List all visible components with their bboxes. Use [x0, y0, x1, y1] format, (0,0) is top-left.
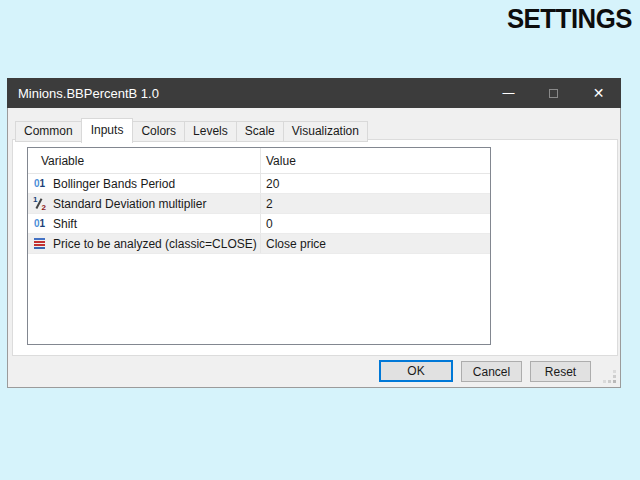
dialog-titlebar[interactable]: Minions.BBPercentB 1.0 — ✕ [7, 78, 621, 108]
table-header-row: Variable Value [28, 148, 490, 174]
value-cell[interactable]: 0 [260, 214, 490, 233]
inputs-tab-page: Variable Value 01 Bollinger Bands Period… [12, 139, 618, 356]
tab-visualization[interactable]: Visualization [283, 121, 368, 142]
tab-scale[interactable]: Scale [236, 121, 284, 142]
ok-button[interactable]: OK [379, 360, 453, 382]
indicator-settings-dialog: Minions.BBPercentB 1.0 — ✕ Common Inputs… [7, 78, 621, 388]
fraction-half-icon: 12 [31, 197, 48, 210]
variable-cell: 01 Shift [28, 214, 260, 233]
table-row[interactable]: 01 Shift 0 [28, 214, 490, 234]
minimize-button[interactable]: — [486, 78, 531, 108]
variable-cell: 12 Standard Deviation multiplier [28, 194, 260, 213]
minimize-icon: — [503, 86, 515, 100]
tab-bar: Common Inputs Colors Levels Scale Visual… [15, 118, 368, 142]
integer-01-icon: 01 [31, 217, 48, 230]
tab-common[interactable]: Common [15, 121, 82, 142]
dialog-title: Minions.BBPercentB 1.0 [7, 86, 486, 101]
variable-label: Bollinger Bands Period [53, 177, 175, 191]
value-cell[interactable]: 2 [260, 194, 490, 213]
column-header-value: Value [260, 148, 490, 173]
variable-cell: Price to be analyzed (classic=CLOSE) [28, 234, 260, 253]
variable-label: Standard Deviation multiplier [53, 197, 206, 211]
integer-01-icon: 01 [31, 177, 48, 190]
parameters-table: Variable Value 01 Bollinger Bands Period… [27, 147, 491, 345]
variable-cell: 01 Bollinger Bands Period [28, 174, 260, 193]
value-cell[interactable]: 20 [260, 174, 490, 193]
tab-levels[interactable]: Levels [184, 121, 237, 142]
close-button[interactable]: ✕ [576, 78, 621, 108]
resize-grip[interactable] [613, 380, 616, 383]
reset-button[interactable]: Reset [530, 361, 591, 382]
column-header-variable: Variable [28, 148, 260, 173]
maximize-button[interactable] [531, 78, 576, 108]
variable-label: Price to be analyzed (classic=CLOSE) [53, 237, 257, 251]
maximize-icon [549, 89, 558, 98]
settings-watermark: SETTINGS [507, 3, 632, 35]
cancel-button[interactable]: Cancel [461, 361, 522, 382]
tab-inputs[interactable]: Inputs [81, 118, 134, 143]
price-lines-icon [31, 237, 48, 250]
close-icon: ✕ [593, 85, 605, 101]
table-row[interactable]: 01 Bollinger Bands Period 20 [28, 174, 490, 194]
tab-colors[interactable]: Colors [132, 121, 185, 142]
table-row[interactable]: 12 Standard Deviation multiplier 2 [28, 194, 490, 214]
variable-label: Shift [53, 217, 77, 231]
value-cell[interactable]: Close price [260, 234, 490, 253]
table-row[interactable]: Price to be analyzed (classic=CLOSE) Clo… [28, 234, 490, 254]
